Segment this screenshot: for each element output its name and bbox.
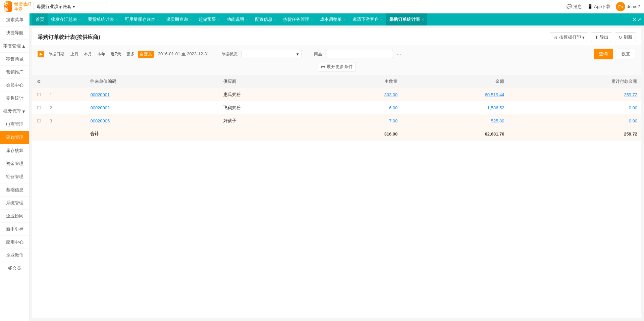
- sidebar-item-vip[interactable]: 畅会员: [0, 262, 29, 275]
- nav-item-goods-summary[interactable]: 要货单统计表 ✕: [85, 13, 121, 25]
- content-area: 首页 收发存汇总表 ✕ 要货单统计表 ✕ 可用量库存账本 ✕ 保质期查询 ✕ 超…: [30, 13, 644, 321]
- footer-label: 合计: [86, 127, 219, 141]
- shortcut-more[interactable]: 更多: [124, 51, 137, 58]
- data-table: ⚙ 往来单位编码 供应商 主数量 金额 累计付款金额 ☐ 1 00020001 …: [32, 75, 641, 141]
- th-num: [46, 75, 86, 88]
- print-button[interactable]: 🖨 按模板打印 ▾: [550, 32, 588, 42]
- query-button[interactable]: 查询: [594, 49, 613, 59]
- logo-text: 畅捷通好生意: [14, 1, 34, 12]
- nav-item-inventory-book[interactable]: 可用量库存账本 ✕: [121, 13, 163, 25]
- close-icon-invite[interactable]: ✕: [380, 18, 383, 21]
- status-select[interactable]: ▾: [241, 50, 302, 58]
- th-paid: 累计付款金额: [508, 75, 641, 88]
- message-btn[interactable]: 💬 消息: [567, 4, 582, 10]
- table-header-row: ⚙ 往来单位编码 供应商 主数量 金额 累计付款金额: [32, 75, 641, 88]
- shortcut-last-month[interactable]: 上月: [68, 51, 80, 58]
- close-icon-goods-summary[interactable]: ✕: [115, 18, 118, 21]
- nav-item-function[interactable]: 功能说明 ✕: [223, 13, 252, 25]
- close-icon-cost-adjust[interactable]: ✕: [343, 18, 346, 21]
- row-amount[interactable]: 60,519.44: [401, 88, 508, 101]
- sidebar-item-appcenter[interactable]: 应用中心: [0, 236, 29, 249]
- app-download-btn[interactable]: 📱 App下载: [587, 4, 610, 10]
- close-icon-picking[interactable]: ✕: [311, 18, 313, 21]
- nav-item-cost-adjust[interactable]: 成本调整单 ✕: [317, 13, 349, 25]
- maximize-icon: ⤢: [638, 17, 641, 22]
- row-unit-code[interactable]: 00020001: [86, 88, 219, 101]
- top-right: 💬 消息 📱 App下载 Ea demo2: [567, 2, 640, 11]
- shortcut-this-year[interactable]: 本年: [95, 51, 107, 58]
- sidebar-item-search[interactable]: 搜索英单: [0, 13, 29, 26]
- sidebar-item-wholesale[interactable]: 批发管理 ▼: [0, 105, 29, 118]
- row-supplier: 好孩子: [219, 114, 318, 127]
- sidebar-item-enterprise-wechat[interactable]: 企业微信: [0, 249, 29, 262]
- nav-item-home[interactable]: 首页: [32, 13, 48, 25]
- sidebar-item-purchase[interactable]: 采购管理: [0, 131, 29, 144]
- sidebar-item-enterprise[interactable]: 企业协同: [0, 210, 29, 223]
- close-icon-config[interactable]: ✕: [274, 18, 276, 21]
- sidebar-item-newbie[interactable]: 新手引导: [0, 223, 29, 236]
- sidebar: 搜索英单 快捷导航 零售管理 ▲ 零售商城 营销推广 会员中心 零售统计 批发管…: [0, 13, 30, 321]
- nav-more-btn[interactable]: ✕ ⤢: [633, 17, 641, 22]
- th-gear[interactable]: ⚙: [32, 75, 46, 88]
- sidebar-item-retail-shop[interactable]: 零售商城: [0, 53, 29, 66]
- sidebar-item-basic[interactable]: 基础信息: [0, 183, 29, 197]
- nav-item-picking[interactable]: 拣货任务管理 ✕: [280, 13, 317, 25]
- sidebar-item-system[interactable]: 系统管理: [0, 197, 29, 210]
- expand-icon: ▾▾: [321, 64, 325, 69]
- sidebar-item-shortcut[interactable]: 快捷导航: [0, 26, 29, 40]
- row-amount[interactable]: 525.80: [401, 114, 508, 127]
- sidebar-item-retail[interactable]: 零售管理 ▲: [0, 40, 29, 53]
- nav-item-expiry[interactable]: 保质期查询 ✕: [163, 13, 195, 25]
- row-gear[interactable]: ☐: [32, 101, 46, 114]
- expand-more-btn[interactable]: ▾▾ 展开更多条件: [318, 62, 356, 71]
- table-row: ☐ 1 00020001 惠氏奶粉 303.00 60,519.44 259.7…: [32, 88, 641, 101]
- footer-amount: 62,631.76: [401, 127, 508, 141]
- logo-area: 标版 畅捷通好生意: [4, 1, 34, 12]
- sidebar-item-finance[interactable]: 资金管理: [0, 157, 29, 170]
- sidebar-item-inventory[interactable]: 库存核算: [0, 144, 29, 157]
- footer-quantity: 316.00: [318, 127, 401, 141]
- sidebar-item-retail-stat[interactable]: 零售统计: [0, 92, 29, 105]
- row-amount[interactable]: 1,586.52: [401, 101, 508, 114]
- sidebar-item-ecommerce[interactable]: 电商管理: [0, 118, 29, 131]
- row-quantity[interactable]: 6.00: [318, 101, 401, 114]
- nav-item-overstock[interactable]: 超储预警 ✕: [195, 13, 223, 25]
- main-layout: 搜索英单 快捷导航 零售管理 ▲ 零售商城 营销推广 会员中心 零售统计 批发管…: [0, 13, 644, 321]
- sidebar-item-marketing[interactable]: 营销推广: [0, 66, 29, 79]
- goods-input[interactable]: [326, 50, 393, 58]
- close-icon-inventory-book[interactable]: ✕: [157, 18, 159, 21]
- custom-date-badge[interactable]: 自定义: [138, 51, 154, 58]
- sidebar-item-member[interactable]: 会员中心: [0, 79, 29, 92]
- settings-button[interactable]: 设置: [616, 49, 636, 59]
- row-gear[interactable]: ☐: [32, 88, 46, 101]
- row-quantity[interactable]: 7.00: [318, 114, 401, 127]
- user-area[interactable]: Ea demo2: [616, 2, 640, 11]
- close-icon-expiry[interactable]: ✕: [189, 18, 192, 21]
- row-gear[interactable]: ☐: [32, 114, 46, 127]
- refresh-button[interactable]: ↻ 刷新: [615, 32, 636, 42]
- close-icon-purchase-summary[interactable]: ✕: [421, 18, 424, 21]
- nav-item-purchase-summary[interactable]: 采购订单统计表 ✕: [386, 13, 427, 25]
- nav-item-invite[interactable]: 邀请下游客户 ✕: [349, 13, 386, 25]
- close-icon-overstock[interactable]: ✕: [217, 18, 220, 21]
- row-paid[interactable]: 0.00: [508, 114, 641, 127]
- row-unit-code[interactable]: 00020002: [86, 101, 219, 114]
- row-paid[interactable]: 0.00: [508, 101, 641, 114]
- date-range: 2016-01-01 至 2023-12-31: [158, 51, 209, 57]
- shortcut-7days[interactable]: 近7天: [109, 51, 123, 58]
- shortcut-this-month[interactable]: 本月: [82, 51, 94, 58]
- row-quantity[interactable]: 303.00: [318, 88, 401, 101]
- row-unit-code[interactable]: 00020005: [86, 114, 219, 127]
- th-quantity: 主数量: [318, 75, 401, 88]
- nav-item-config[interactable]: 配置信息 ✕: [252, 13, 280, 25]
- nav-item-receivable[interactable]: 收发存汇总表 ✕: [48, 13, 85, 25]
- row-paid[interactable]: 259.72: [508, 88, 641, 101]
- sidebar-item-operation[interactable]: 经营管理: [0, 170, 29, 183]
- goods-more-icon[interactable]: ···: [397, 51, 401, 57]
- export-button[interactable]: ⬆ 导出: [591, 32, 612, 42]
- toggle-filter-btn[interactable]: ▶: [38, 51, 44, 57]
- workspace-selector[interactable]: 母婴行业演示账套 ▾: [34, 2, 107, 11]
- close-icon-function[interactable]: ✕: [246, 18, 248, 21]
- close-icon-receivable[interactable]: ✕: [78, 18, 81, 21]
- footer-gear: [32, 127, 46, 141]
